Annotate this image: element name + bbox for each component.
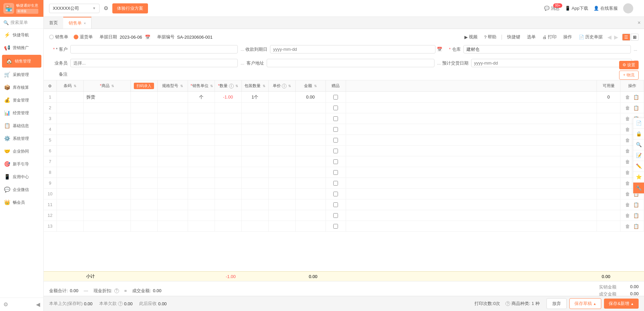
delete-row-icon[interactable]: 🗑	[624, 213, 631, 218]
cell-barcode[interactable]	[56, 178, 83, 189]
sidebar-search-item[interactable]: 🔍 搜索菜单	[0, 17, 43, 29]
toolbar-history-btn[interactable]: 📄 历史单据	[577, 33, 605, 41]
cell-spec[interactable]	[157, 156, 188, 167]
copy-row-icon[interactable]: 📋	[632, 94, 640, 100]
copy-row-icon[interactable]: 📋	[632, 224, 640, 229]
address-dots[interactable]: ...	[436, 61, 442, 66]
cell-pkg[interactable]	[241, 156, 268, 167]
cell-qty[interactable]	[215, 199, 241, 210]
cell-price[interactable]	[268, 221, 295, 232]
cell-spec[interactable]	[157, 113, 188, 124]
cell-unit[interactable]	[188, 210, 215, 221]
cell-spec[interactable]	[157, 189, 188, 199]
cell-spec[interactable]	[157, 221, 188, 232]
cell-unit[interactable]	[188, 189, 215, 199]
cell-pkg[interactable]	[241, 135, 268, 146]
cell-spec[interactable]	[157, 135, 188, 146]
cell-qty[interactable]	[215, 103, 241, 113]
cell-barcode[interactable]	[56, 210, 83, 221]
float-lock-icon[interactable]: 🔒	[633, 129, 644, 140]
sidebar-item-system[interactable]: ⚙️ 系统管理	[0, 132, 43, 145]
cell-qty[interactable]	[215, 124, 241, 135]
copy-row-icon[interactable]: 📋	[632, 105, 640, 111]
cell-pkg[interactable]	[241, 124, 268, 135]
cell-gift[interactable]	[326, 156, 346, 167]
delete-row-icon[interactable]: 🗑	[624, 94, 631, 100]
cell-price[interactable]	[268, 210, 295, 221]
cell-unit[interactable]	[188, 167, 215, 178]
cell-amount[interactable]	[295, 124, 326, 135]
cell-unit[interactable]	[188, 156, 215, 167]
cell-amount[interactable]	[295, 146, 326, 156]
cell-product[interactable]	[83, 156, 130, 167]
cell-barcode[interactable]	[56, 146, 83, 156]
cell-price[interactable]	[268, 103, 295, 113]
cell-gift[interactable]	[326, 189, 346, 199]
receive-date-calendar-icon[interactable]: 📅	[437, 47, 442, 52]
collapse-icon[interactable]: ◀	[36, 301, 40, 308]
date-calendar-icon[interactable]: 📅	[145, 35, 150, 40]
cell-product[interactable]	[83, 178, 130, 189]
cell-gift[interactable]	[326, 167, 346, 178]
cell-qty[interactable]	[215, 135, 241, 146]
cell-barcode[interactable]	[56, 156, 83, 167]
float-search-icon[interactable]: 🔍	[633, 140, 644, 150]
cell-price[interactable]	[268, 124, 295, 135]
cell-unit[interactable]	[188, 146, 215, 156]
cell-gift[interactable]	[326, 178, 346, 189]
cell-spec[interactable]	[157, 124, 188, 135]
qty-info-icon[interactable]: i	[229, 84, 234, 88]
cell-pkg[interactable]	[241, 221, 268, 232]
scan-btn[interactable]: 扫码录入	[134, 83, 154, 89]
cell-gift[interactable]	[326, 210, 346, 221]
cell-amount[interactable]: 0.00	[295, 92, 326, 103]
sidebar-item-enterprise[interactable]: 🤝 企业协同	[0, 145, 43, 158]
cell-qty[interactable]: -1.00	[215, 92, 241, 103]
cell-spec[interactable]	[157, 146, 188, 156]
copy-row-icon[interactable]: 📋	[632, 213, 640, 218]
cell-qty[interactable]	[215, 178, 241, 189]
toolbar-select-btn[interactable]: 选单	[525, 33, 538, 41]
list-view-btn[interactable]: ☰	[622, 34, 630, 41]
cell-unit[interactable]: 个	[188, 92, 215, 103]
grid-view-btn[interactable]: ⊞	[631, 34, 639, 41]
cell-gift[interactable]	[326, 92, 346, 103]
cell-barcode[interactable]	[56, 189, 83, 199]
cell-product[interactable]	[83, 146, 130, 156]
cell-product[interactable]: 拆货	[83, 92, 130, 103]
cell-price[interactable]	[268, 178, 295, 189]
cell-unit[interactable]	[188, 221, 215, 232]
company-selector[interactable]: XXXXXX公司 ▼	[49, 4, 100, 13]
cell-barcode[interactable]	[56, 221, 83, 232]
warehouse-input[interactable]	[463, 45, 631, 53]
cell-price[interactable]	[268, 199, 295, 210]
cell-amount[interactable]	[295, 113, 326, 124]
cell-unit[interactable]	[188, 178, 215, 189]
cell-pkg[interactable]	[241, 178, 268, 189]
delete-row-icon[interactable]: 🗑	[624, 105, 631, 111]
cell-unit[interactable]	[188, 199, 215, 210]
float-doc-icon[interactable]: 📄	[633, 118, 644, 129]
delete-row-icon[interactable]: 🗑	[624, 127, 631, 132]
settings-button[interactable]: ⚙ 设置	[619, 61, 639, 69]
cell-pkg[interactable]	[241, 210, 268, 221]
cell-gift[interactable]	[326, 221, 346, 232]
sidebar-item-inventory[interactable]: 📦 库存核算	[0, 81, 43, 94]
delete-row-icon[interactable]: 🗑	[624, 191, 631, 197]
cell-product[interactable]	[83, 221, 130, 232]
salesperson-dots[interactable]: ...	[239, 61, 245, 66]
trial-button[interactable]: 体验行业方案	[112, 3, 148, 13]
cell-barcode[interactable]	[56, 124, 83, 135]
cell-unit[interactable]	[188, 103, 215, 113]
cell-pkg[interactable]	[241, 146, 268, 156]
header-settings-icon[interactable]: ⚙	[104, 5, 108, 11]
cell-price[interactable]	[268, 113, 295, 124]
cell-product[interactable]	[83, 124, 130, 135]
cell-barcode[interactable]	[56, 135, 83, 146]
cell-spec[interactable]	[157, 199, 188, 210]
radio-return-order[interactable]: 退货单	[74, 34, 93, 40]
cell-product[interactable]	[83, 210, 130, 221]
cell-product[interactable]	[83, 135, 130, 146]
save-draft-button[interactable]: 保存草稿 ▲	[569, 298, 602, 309]
cell-gift[interactable]	[326, 103, 346, 113]
